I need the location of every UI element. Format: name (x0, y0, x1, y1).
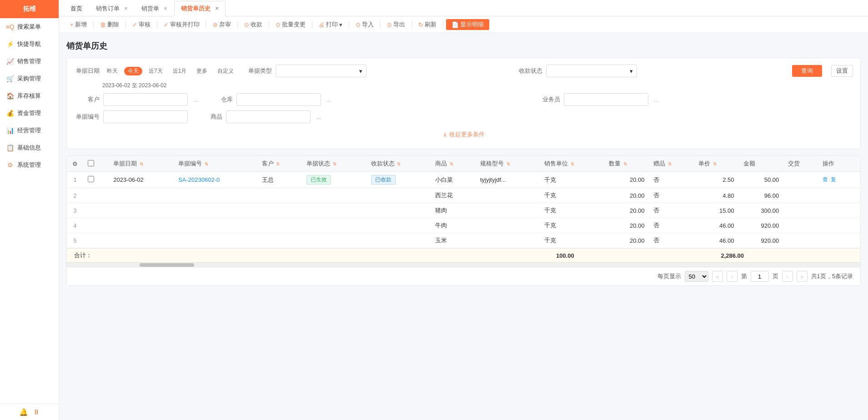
salesperson-dots[interactable]: ... (654, 96, 659, 103)
select-all-checkbox[interactable] (88, 160, 94, 166)
tab-sales-goods[interactable]: 销货单 ✕ (135, 1, 174, 16)
sidebar-item-search-menu[interactable]: ≡Q 搜索菜单 (0, 18, 59, 35)
th-trade[interactable]: 交货 (783, 156, 818, 172)
row-no[interactable]: SA-20230602-0 (174, 172, 257, 188)
delete-button[interactable]: 🗑 删除 (96, 19, 123, 30)
salesperson-input[interactable] (564, 93, 648, 106)
tab-sales-order-close[interactable]: ✕ (124, 6, 128, 11)
sidebar-item-quick-nav[interactable]: ⚡ 快捷导航 (0, 35, 59, 53)
tab-sales-goods-close[interactable]: ✕ (164, 6, 167, 11)
collect-status-select[interactable]: ▾ (546, 65, 637, 77)
th-check[interactable] (83, 156, 109, 172)
row-checkbox[interactable] (88, 176, 94, 182)
goods-input[interactable] (226, 110, 311, 123)
next-page-button[interactable]: › (782, 271, 793, 282)
page-suffix: 页 (773, 272, 778, 280)
print-button[interactable]: 🖨 打印 ▾ (315, 19, 346, 30)
sidebar-item-sys-mgmt[interactable]: ⚙ 系统管理 (0, 156, 59, 174)
sidebar-bottom: 🔔 ⏸ (0, 404, 59, 420)
audit-button[interactable]: ✓ 审核 (129, 19, 154, 30)
sidebar-item-purchase-mgmt[interactable]: 🛒 采购管理 (0, 70, 59, 87)
th-gear[interactable]: ⚙ (67, 156, 83, 172)
warehouse-filter-label: 仓库 (207, 95, 233, 104)
th-price[interactable]: 单价 ⇅ (694, 156, 739, 172)
row-check[interactable] (83, 203, 109, 218)
row-check[interactable] (83, 218, 109, 233)
refresh-button[interactable]: ↻ 刷新 (415, 19, 440, 30)
th-goods[interactable]: 商品 ⇅ (431, 156, 476, 172)
tab-sales-history[interactable]: 销货单历史 ✕ (174, 1, 226, 16)
horizontal-scrollbar[interactable] (67, 262, 860, 267)
row-goods: 小白菜 (431, 172, 476, 188)
settings-button[interactable]: 设置 (831, 65, 853, 77)
export-label: 导出 (393, 20, 405, 29)
th-customer[interactable]: 客户 ⇅ (257, 156, 302, 172)
customer-input[interactable] (103, 93, 188, 106)
row-no[interactable] (174, 218, 257, 233)
date-custom[interactable]: 自定义 (214, 67, 237, 75)
sep2 (125, 21, 126, 28)
docno-input[interactable] (103, 110, 188, 123)
sidebar-item-sales-mgmt[interactable]: 📈 销售管理 (0, 53, 59, 70)
th-amount[interactable]: 金额 (739, 156, 784, 172)
th-doc-status[interactable]: 单据状态 ⇅ (302, 156, 366, 172)
tab-sales-history-close[interactable]: ✕ (215, 6, 219, 11)
th-gift[interactable]: 赠品 ⇅ (649, 156, 694, 172)
batch-change-button[interactable]: ⊙ 批量变更 (272, 19, 309, 30)
import-button[interactable]: ⊙ 导入 (352, 19, 377, 30)
row-check[interactable] (83, 233, 109, 248)
sidebar-item-ops-mgmt[interactable]: 📊 经营管理 (0, 122, 59, 139)
row-collect-status (366, 188, 431, 203)
collect-button[interactable]: ⊙ 收款 (241, 19, 266, 30)
row-check[interactable] (83, 172, 109, 188)
sidebar-item-basic-info[interactable]: 📋 基础信息 (0, 139, 59, 156)
sidebar-label-finance-mgmt: 资金管理 (17, 109, 41, 117)
th-no[interactable]: 单据编号 ⇅ (174, 156, 257, 172)
date-yesterday[interactable]: 昨天 (103, 67, 121, 75)
action-view-link[interactable]: 查 (823, 176, 828, 183)
collect-label: 收款 (251, 20, 262, 29)
basic-info-icon: 📋 (6, 144, 14, 151)
date-more[interactable]: 更多 (193, 67, 211, 75)
th-date[interactable]: 单据日期 ⇅ (109, 156, 174, 172)
page-input[interactable] (751, 271, 769, 282)
audit-print-button[interactable]: ✓ 审核并打印 (160, 19, 203, 30)
tab-home[interactable]: 首页 (64, 1, 89, 16)
th-qty[interactable]: 数量 ⇅ (604, 156, 649, 172)
row-check[interactable] (83, 188, 109, 203)
date-today[interactable]: 今天 (124, 67, 142, 75)
date-1month[interactable]: 近1月 (169, 67, 191, 75)
prev-page-button[interactable]: ‹ (727, 271, 738, 282)
ops-mgmt-icon: 📊 (6, 127, 14, 134)
last-page-button[interactable]: » (797, 271, 808, 282)
query-button[interactable]: 查询 (792, 65, 822, 77)
th-unit[interactable]: 销售单位 ⇅ (540, 156, 604, 172)
row-no[interactable] (174, 188, 257, 203)
sidebar-item-stock-calc[interactable]: 🏠 库存核算 (0, 87, 59, 105)
scrollbar-thumb[interactable] (140, 263, 194, 267)
row-no[interactable] (174, 203, 257, 218)
warehouse-dots[interactable]: ... (326, 96, 331, 103)
row-no[interactable] (174, 233, 257, 248)
th-spec[interactable]: 规格型号 ⇅ (476, 156, 540, 172)
sidebar-item-finance-mgmt[interactable]: 💰 资金管理 (0, 105, 59, 122)
action-copy-link[interactable]: 复 (831, 176, 836, 183)
abandon-button[interactable]: ⊘ 弃审 (209, 19, 235, 30)
sep8 (349, 21, 349, 28)
doc-type-select[interactable]: ▾ (276, 65, 366, 77)
tab-sales-order[interactable]: 销售订单 ✕ (89, 1, 135, 16)
date-7days[interactable]: 近7天 (145, 67, 166, 75)
pause-icon[interactable]: ⏸ (33, 408, 40, 416)
customer-dots[interactable]: ... (193, 96, 198, 103)
notification-icon[interactable]: 🔔 (19, 408, 28, 416)
export-button[interactable]: ⊙ 导出 (383, 19, 409, 30)
warehouse-input[interactable] (236, 93, 321, 106)
first-page-button[interactable]: « (712, 271, 723, 282)
collapse-button[interactable]: ∧ 收起更多条件 (443, 129, 485, 140)
show-detail-button[interactable]: 📄 显示明细 (446, 19, 489, 30)
add-button[interactable]: + 新增 (66, 19, 90, 30)
row-collect-status (366, 218, 431, 233)
page-size-select[interactable]: 50 20 100 (685, 271, 708, 282)
th-collect-status[interactable]: 收款状态 ⇅ (366, 156, 431, 172)
goods-dots[interactable]: ... (316, 114, 321, 120)
